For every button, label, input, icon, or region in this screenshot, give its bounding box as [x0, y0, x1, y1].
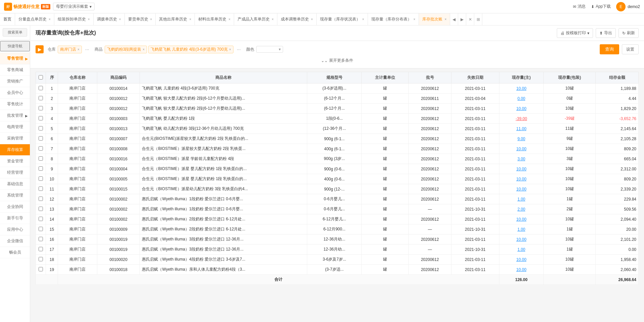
row-checkbox[interactable]	[36, 224, 46, 234]
sidebar-item-basic-info[interactable]: 基础信息	[0, 178, 30, 190]
row-select-checkbox[interactable]	[39, 156, 43, 161]
row-stock-main[interactable]: 10.00	[499, 104, 543, 114]
tab-5[interactable]: 其他出库单历史 ×	[156, 13, 195, 25]
select-all-checkbox[interactable]	[39, 75, 43, 79]
tab-close-icon[interactable]: ×	[88, 17, 90, 21]
query-button[interactable]: 查询	[600, 44, 619, 54]
remove-warehouse-icon[interactable]: ×	[77, 48, 79, 51]
tab-close-all-btn[interactable]: ✕	[466, 13, 474, 25]
tab-4[interactable]: 要货单历史 ×	[125, 13, 156, 25]
filter-expand-button[interactable]: ▶	[36, 45, 44, 53]
row-stock-main[interactable]: 2.00	[499, 204, 543, 214]
industry-select[interactable]: 母婴行业演示账套 ▾	[53, 3, 95, 10]
tab-expand-btn[interactable]: ⊞	[474, 13, 482, 25]
sidebar-item-inventory[interactable]: 库存核算	[0, 144, 30, 156]
row-stock-main[interactable]: 3.00	[499, 154, 543, 164]
sidebar-item-purchase-mgmt[interactable]: 采购管理	[0, 133, 30, 144]
tab-1[interactable]: 分量盘点单历史 ×	[15, 13, 54, 25]
quick-nav-button[interactable]: 快捷导航	[0, 41, 30, 51]
row-stock-main[interactable]: 10.00	[499, 234, 543, 245]
row-select-checkbox[interactable]	[39, 116, 43, 120]
row-select-checkbox[interactable]	[39, 136, 43, 141]
tab-close-icon[interactable]: ×	[189, 17, 191, 21]
row-stock-main[interactable]: 10.00	[499, 214, 543, 224]
row-stock-main[interactable]: 10.00	[499, 174, 543, 184]
tab-8[interactable]: 成本调整单历史 ×	[277, 13, 317, 25]
sidebar-item-enterprise-wechat[interactable]: 企业微信	[0, 235, 30, 247]
row-checkbox[interactable]	[36, 184, 46, 194]
row-select-checkbox[interactable]	[39, 126, 43, 130]
tab-home[interactable]: 首页	[0, 13, 15, 25]
settings-button[interactable]: 设置	[622, 44, 639, 54]
row-checkbox[interactable]	[36, 265, 46, 275]
refresh-button[interactable]: ↻ 刷新	[619, 28, 639, 38]
tab-next-btn[interactable]: ▶	[458, 13, 466, 25]
row-select-checkbox[interactable]	[39, 257, 43, 261]
tab-close-icon[interactable]: ×	[272, 17, 274, 21]
tab-close-icon[interactable]: ×	[119, 17, 121, 21]
tab-2[interactable]: 组装拆卸单历史 ×	[54, 13, 94, 25]
tab-close-icon[interactable]: ×	[150, 17, 152, 21]
row-checkbox[interactable]	[36, 174, 46, 184]
row-stock-main[interactable]: 11.00	[499, 124, 543, 134]
search-single-button[interactable]: 搜索英单	[3, 28, 27, 37]
row-select-checkbox[interactable]	[39, 247, 43, 251]
tab-9[interactable]: 现存量（库存状况表） ×	[317, 13, 368, 25]
row-stock-main[interactable]: 10.00	[499, 184, 543, 194]
sidebar-item-retail-mall[interactable]: 零售商城	[0, 64, 30, 76]
remove-product-icon[interactable]: ×	[229, 48, 231, 51]
row-checkbox[interactable]	[36, 104, 46, 114]
row-checkbox[interactable]	[36, 94, 46, 104]
sidebar-item-enterprise-collab[interactable]: 企业协同	[0, 201, 30, 213]
row-checkbox[interactable]	[36, 144, 46, 154]
expand-conditions-button[interactable]: ⌄⌄ 展开更多条件	[36, 56, 639, 65]
row-stock-main[interactable]: 0.00	[499, 94, 543, 104]
tab-11[interactable]: 库存批次账 ×	[419, 13, 450, 25]
sidebar-item-newbie-guide[interactable]: 新手引导	[0, 213, 30, 224]
row-select-checkbox[interactable]	[39, 96, 43, 100]
row-stock-main[interactable]: 10.00	[499, 144, 543, 154]
sidebar-item-system-mgmt[interactable]: 系统管理	[0, 190, 30, 201]
tab-close-icon[interactable]: ×	[414, 17, 416, 21]
product-more-button[interactable]: ···	[235, 47, 242, 52]
row-checkbox[interactable]	[36, 164, 46, 174]
row-select-checkbox[interactable]	[39, 237, 43, 241]
tab-prev-btn[interactable]: ◀	[450, 13, 458, 25]
row-stock-main[interactable]: 10.00	[499, 255, 543, 265]
row-select-checkbox[interactable]	[39, 217, 43, 221]
row-select-checkbox[interactable]	[39, 207, 43, 211]
sidebar-item-retail-stats[interactable]: 零售统计	[0, 99, 30, 110]
row-stock-main[interactable]: 10.00	[499, 84, 543, 94]
row-select-checkbox[interactable]	[39, 86, 43, 90]
row-select-checkbox[interactable]	[39, 197, 43, 201]
row-checkbox[interactable]	[36, 134, 46, 144]
row-checkbox[interactable]	[36, 204, 46, 214]
row-stock-main[interactable]: -39.00	[499, 114, 543, 124]
row-checkbox[interactable]	[36, 154, 46, 164]
sidebar-item-vip-member[interactable]: 畅会员	[0, 247, 30, 258]
tab-3[interactable]: 调拨单历史 ×	[94, 13, 125, 25]
row-select-checkbox[interactable]	[39, 166, 43, 171]
tab-7[interactable]: 产成品入库单历史 ×	[234, 13, 277, 25]
row-select-checkbox[interactable]	[39, 146, 43, 151]
row-checkbox[interactable]	[36, 194, 46, 204]
sidebar-item-app-center[interactable]: 应用中心	[0, 224, 30, 235]
row-stock-main[interactable]: 1.00	[499, 245, 543, 255]
row-checkbox[interactable]	[36, 255, 46, 265]
user-info[interactable]: E demo2	[616, 2, 640, 11]
row-stock-main[interactable]: 10.00	[499, 265, 543, 275]
tab-close-icon[interactable]: ×	[444, 17, 446, 21]
row-checkbox[interactable]	[36, 114, 46, 124]
sidebar-item-retail-mgmt[interactable]: 零售管理 ▶	[0, 53, 30, 64]
sidebar-item-ecommerce[interactable]: 电商管理	[0, 121, 30, 133]
row-checkbox[interactable]	[36, 214, 46, 224]
row-checkbox[interactable]	[36, 234, 46, 245]
row-stock-main[interactable]: 1.00	[499, 194, 543, 204]
export-button[interactable]: ⬆ 导出	[596, 28, 616, 38]
row-select-checkbox[interactable]	[39, 186, 43, 191]
remove-product-icon[interactable]: ×	[143, 48, 145, 51]
row-select-checkbox[interactable]	[39, 176, 43, 181]
tab-close-icon[interactable]: ×	[362, 17, 364, 21]
sidebar-item-finance[interactable]: 资金管理	[0, 156, 30, 167]
sidebar-item-operations[interactable]: 经营管理	[0, 167, 30, 178]
